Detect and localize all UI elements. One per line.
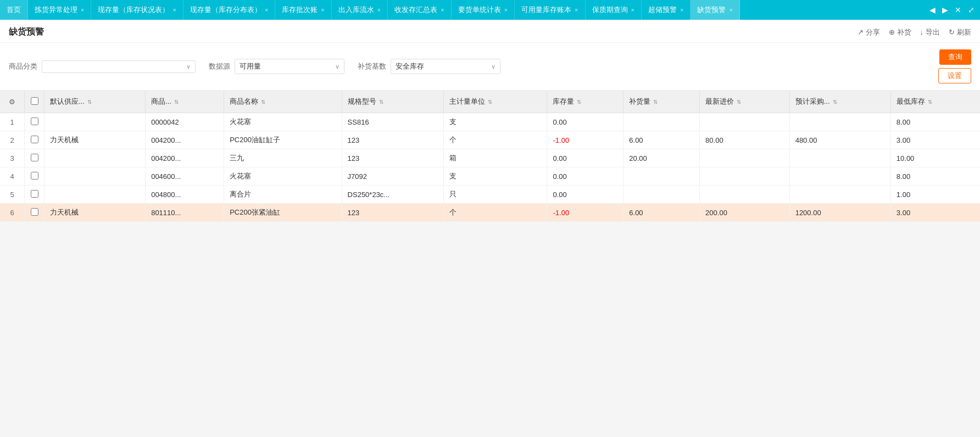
share-button[interactable]: ↗ 分享	[858, 27, 880, 37]
th-product-name[interactable]: 商品名称 ⇅	[224, 91, 342, 113]
nav-tab-label: 收发存汇总表	[394, 5, 437, 15]
nav-tab-inout-flow[interactable]: 出入库流水 ×	[332, 0, 388, 20]
nav-tab-receipt-summary[interactable]: 收发存汇总表 ×	[388, 0, 451, 20]
nav-tab-label: 现存量（库存状况表）	[98, 5, 169, 15]
close-icon[interactable]: ×	[377, 7, 381, 13]
query-button[interactable]: 查询	[939, 49, 971, 65]
select-all-checkbox[interactable]	[31, 97, 38, 105]
table-body: 1 0000042 火花塞 SS816 支 0.00 8.00 2 力天机械 0…	[0, 113, 980, 222]
cell-replenish	[623, 113, 700, 131]
replenish-button[interactable]: ⊕ 补货	[889, 27, 911, 37]
nav-tab-overstock[interactable]: 超储预警 ×	[642, 0, 691, 20]
export-icon: ↓	[920, 28, 924, 36]
th-stock[interactable]: 库存量 ⇅	[547, 91, 623, 113]
cell-est-purchase	[789, 113, 890, 131]
replenish-label: 补货	[897, 27, 911, 37]
th-latest-price[interactable]: 最新进价 ⇅	[700, 91, 790, 113]
row-checkbox-cell[interactable]	[25, 204, 44, 222]
th-product-code[interactable]: 商品... ⇅	[146, 91, 224, 113]
row-checkbox-cell[interactable]	[25, 113, 44, 131]
category-select[interactable]: ∨	[42, 60, 196, 73]
close-icon[interactable]: ×	[504, 7, 508, 13]
cell-latest-price	[700, 186, 790, 204]
page-title: 缺货预警	[9, 26, 44, 38]
th-replenish[interactable]: 补货量 ⇅	[623, 91, 700, 113]
th-gear[interactable]: ⚙	[0, 91, 25, 113]
row-checkbox[interactable]	[31, 136, 38, 143]
replenish-base-select[interactable]: 安全库存 ∨	[391, 59, 500, 74]
nav-close-button[interactable]: ✕	[951, 3, 965, 16]
export-button[interactable]: ↓ 导出	[920, 27, 940, 37]
cell-supplier	[44, 113, 146, 131]
row-checkbox[interactable]	[31, 190, 38, 198]
row-checkbox[interactable]	[31, 154, 38, 161]
close-icon[interactable]: ×	[265, 7, 268, 13]
sort-icon: ⇅	[174, 99, 179, 105]
refresh-label: 刷新	[957, 27, 971, 37]
page-header: 缺货预警 ↗ 分享 ⊕ 补货 ↓ 导出 ↻ 刷新	[0, 20, 980, 43]
chevron-down-icon: ∨	[186, 63, 191, 70]
nav-tab-label: 出入库流水	[338, 5, 374, 15]
nav-tab-demand-stats[interactable]: 要货单统计表 ×	[452, 0, 515, 20]
gear-icon[interactable]: ⚙	[5, 95, 19, 108]
datasource-select[interactable]: 可用量 ∨	[235, 59, 344, 74]
cell-supplier	[44, 186, 146, 204]
cell-product-name: 离合片	[224, 186, 342, 204]
cell-min-stock: 10.00	[890, 149, 980, 167]
cell-stock: 0.00	[547, 167, 623, 186]
close-icon[interactable]: ×	[321, 7, 324, 13]
nav-tab-exception[interactable]: 拣货异常处理 ×	[28, 0, 91, 20]
nav-expand-button[interactable]: ⤢	[965, 3, 978, 16]
sort-icon: ⇅	[488, 99, 492, 105]
cell-replenish: 20.00	[623, 149, 700, 167]
page-content: 缺货预警 ↗ 分享 ⊕ 补货 ↓ 导出 ↻ 刷新 商品分类	[0, 20, 980, 222]
nav-tab-home[interactable]: 首页	[0, 0, 28, 20]
th-est-purchase[interactable]: 预计采购... ⇅	[789, 91, 890, 113]
sort-icon: ⇅	[928, 99, 932, 105]
row-checkbox-cell[interactable]	[25, 186, 44, 204]
close-icon[interactable]: ×	[729, 7, 732, 13]
nav-prev-button[interactable]: ◀	[926, 3, 939, 16]
row-checkbox[interactable]	[31, 172, 38, 180]
nav-tab-inventory-status[interactable]: 现存量（库存状况表） ×	[91, 0, 183, 20]
cell-spec: J7092	[342, 167, 444, 186]
row-checkbox[interactable]	[31, 117, 38, 125]
nav-next-button[interactable]: ▶	[939, 3, 951, 16]
refresh-button[interactable]: ↻ 刷新	[949, 27, 971, 37]
nav-tab-batch[interactable]: 库存批次账 ×	[275, 0, 331, 20]
row-checkbox-cell[interactable]	[25, 167, 44, 186]
cell-unit: 只	[444, 186, 547, 204]
close-icon[interactable]: ×	[172, 7, 176, 13]
nav-tab-inventory-dist[interactable]: 现存量（库存分布表） ×	[183, 0, 275, 20]
settings-button[interactable]: 设置	[938, 68, 971, 83]
sort-icon: ⇅	[87, 99, 92, 105]
nav-tab-available-ledger[interactable]: 可用量库存账本 ×	[515, 0, 585, 20]
cell-latest-price	[700, 167, 790, 186]
close-icon[interactable]: ×	[441, 7, 444, 13]
th-supplier[interactable]: 默认供应... ⇅	[44, 91, 146, 113]
share-label: 分享	[866, 27, 880, 37]
export-label: 导出	[926, 27, 940, 37]
refresh-icon: ↻	[949, 28, 955, 36]
nav-tab-shortage[interactable]: 缺货预警 ×	[691, 0, 739, 20]
cell-product-code: 004200...	[146, 131, 224, 149]
close-icon[interactable]: ×	[575, 7, 578, 13]
cell-supplier: 力天机械	[44, 204, 146, 222]
cell-replenish: 6.00	[623, 204, 700, 222]
th-spec[interactable]: 规格型号 ⇅	[342, 91, 444, 113]
th-unit[interactable]: 主计量单位 ⇅	[444, 91, 547, 113]
close-icon[interactable]: ×	[81, 7, 84, 13]
th-min-stock[interactable]: 最低库存 ⇅	[890, 91, 980, 113]
nav-tab-expiry[interactable]: 保质期查询 ×	[586, 0, 642, 20]
row-checkbox-cell[interactable]	[25, 149, 44, 167]
cell-latest-price	[700, 149, 790, 167]
close-icon[interactable]: ×	[631, 7, 634, 13]
row-checkbox[interactable]	[31, 208, 38, 216]
table-row: 2 力天机械 004200... PC200油缸缸子 123 个 -1.00 6…	[0, 131, 980, 149]
cell-stock: -1.00	[547, 131, 623, 149]
nav-tab-label: 首页	[7, 5, 21, 15]
th-checkbox[interactable]	[25, 91, 44, 113]
cell-min-stock: 3.00	[890, 131, 980, 149]
row-checkbox-cell[interactable]	[25, 131, 44, 149]
close-icon[interactable]: ×	[680, 7, 683, 13]
